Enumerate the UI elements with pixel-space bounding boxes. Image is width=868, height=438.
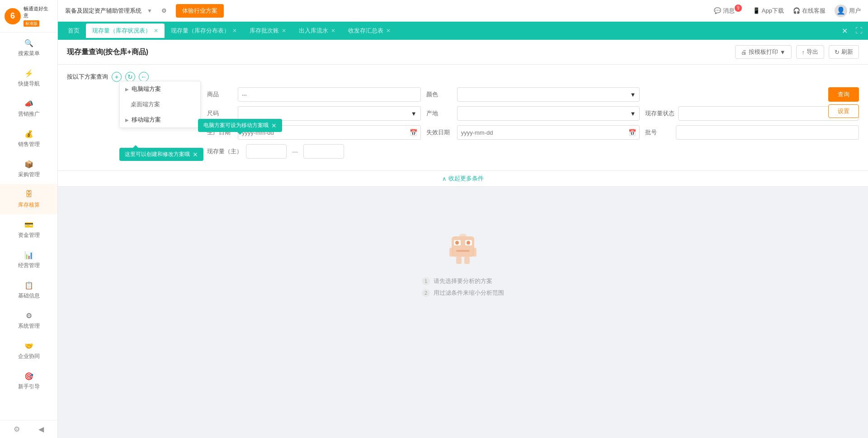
sidebar-item-search-label: 搜索菜单 bbox=[18, 50, 40, 57]
expire-date-field: 失效日期 📅 bbox=[426, 125, 640, 140]
page-title: 现存量查询(按仓库+商品) bbox=[67, 47, 148, 57]
tab-inventory-status-label: 现存量（库存状况表） bbox=[92, 27, 151, 35]
inventory-icon: 🗄 bbox=[24, 189, 34, 199]
add-scheme-button[interactable]: + bbox=[112, 72, 122, 82]
online-service-button[interactable]: 🎧 在线客服 bbox=[793, 7, 826, 15]
prod-date-calendar-icon[interactable]: 📅 bbox=[410, 129, 417, 136]
tab-inventory-dist-close[interactable]: ✕ bbox=[232, 28, 237, 34]
print-button[interactable]: 🖨 按模板打印 ▼ bbox=[735, 45, 792, 59]
settings-button[interactable]: ⚙ bbox=[158, 5, 170, 17]
goods-label: 商品 bbox=[207, 90, 234, 99]
export-label: 导出 bbox=[807, 48, 818, 56]
footer-settings-icon[interactable]: ⚙ bbox=[14, 425, 20, 433]
scheme-item-mobile[interactable]: ▶ 移动端方案 bbox=[120, 112, 200, 127]
sidebar-item-finance-label: 资金管理 bbox=[18, 231, 40, 239]
footer-collapse-icon[interactable]: ◀ bbox=[38, 425, 44, 433]
app-download-button[interactable]: 📱 App下载 bbox=[753, 7, 784, 15]
sidebar-item-sales[interactable]: 💰 销售管理 bbox=[0, 123, 57, 154]
sidebar-item-finance[interactable]: 💳 资金管理 bbox=[0, 214, 57, 245]
tab-inout-flow[interactable]: 出入库流水 ✕ bbox=[292, 24, 342, 38]
message-label: 消息 bbox=[723, 7, 735, 15]
tab-inout-flow-close[interactable]: ✕ bbox=[331, 28, 335, 34]
goods-select[interactable]: ··· bbox=[238, 87, 421, 102]
message-button[interactable]: 💬 消息 9 bbox=[714, 7, 744, 15]
tabs-bar: 首页 现存量（库存状况表） ✕ 现存量（库存分布表） ✕ 库存批次账 ✕ 出入库… bbox=[58, 22, 868, 40]
sidebar-item-system[interactable]: ⚙ 系统管理 bbox=[0, 305, 57, 335]
export-button[interactable]: ↑ 导出 bbox=[796, 45, 825, 59]
trial-button[interactable]: 体验行业方案 bbox=[176, 4, 224, 18]
sidebar-item-enterprise[interactable]: 🤝 企业协同 bbox=[0, 335, 57, 366]
stock-qty-max-input[interactable] bbox=[303, 144, 344, 159]
sidebar-item-basic[interactable]: 📋 基础信息 bbox=[0, 275, 57, 305]
collapse-bar[interactable]: ∧ 收起更多条件 bbox=[58, 171, 868, 187]
back-scheme-button[interactable]: ← bbox=[139, 72, 149, 82]
user-label: 用户 bbox=[849, 7, 861, 15]
search-button[interactable]: 查询 bbox=[828, 87, 859, 102]
sidebar-footer: ⚙ ◀ bbox=[0, 420, 57, 438]
search-actions: 查询 设置 bbox=[828, 87, 859, 118]
tabs-expand-button[interactable]: ⛶ bbox=[854, 25, 864, 36]
sales-icon: 💰 bbox=[24, 129, 34, 139]
system-icon: ⚙ bbox=[24, 311, 34, 320]
svg-rect-8 bbox=[456, 257, 462, 264]
filter-row-2: 尺码 ▼ 产地 ▼ 现存量状态 bbox=[207, 106, 859, 121]
goods-more-icon: ··· bbox=[242, 91, 247, 98]
tooltip-1-close-button[interactable]: ✕ bbox=[271, 122, 277, 129]
batch-input[interactable] bbox=[676, 125, 859, 140]
color-select[interactable]: ▼ bbox=[457, 87, 640, 102]
scheme-item-desktop[interactable]: ▶ 电脑端方案 bbox=[120, 81, 200, 97]
purchase-icon: 📦 bbox=[24, 159, 34, 169]
scheme-sub-item[interactable]: 桌面端方案 bbox=[120, 97, 200, 112]
tab-home[interactable]: 首页 bbox=[61, 24, 86, 38]
finance-icon: 💳 bbox=[24, 220, 34, 230]
user-menu-button[interactable]: 👤 用户 bbox=[835, 5, 861, 17]
tooltip-1-text: 电脑方案可设为移动方案哦 bbox=[203, 122, 269, 129]
tab-batch-account-close[interactable]: ✕ bbox=[282, 28, 286, 34]
tab-inventory-status-close[interactable]: ✕ bbox=[154, 28, 158, 34]
sidebar-item-marketing[interactable]: 📣 营销推广 bbox=[0, 93, 57, 123]
batch-field: 批号 bbox=[645, 125, 859, 140]
tab-inventory-status[interactable]: 现存量（库存状况表） ✕ bbox=[86, 24, 165, 38]
tab-inout-flow-label: 出入库流水 bbox=[299, 27, 328, 35]
goods-field: 商品 ··· bbox=[207, 87, 421, 102]
message-badge: 9 bbox=[735, 5, 742, 12]
origin-select[interactable]: ▼ bbox=[457, 106, 640, 121]
origin-arrow-icon: ▼ bbox=[630, 110, 636, 117]
stock-qty-min-input[interactable] bbox=[246, 144, 287, 159]
svg-rect-5 bbox=[456, 250, 470, 252]
tab-recv-summary-close[interactable]: ✕ bbox=[386, 28, 391, 34]
svg-rect-6 bbox=[449, 248, 453, 257]
tab-batch-account[interactable]: 库存批次账 ✕ bbox=[243, 24, 292, 38]
sidebar-item-guide[interactable]: 🎯 新手引导 bbox=[0, 366, 57, 396]
sidebar-item-inventory[interactable]: 🗄 库存核算 bbox=[0, 184, 57, 214]
system-arrow-icon: ▼ bbox=[147, 8, 152, 14]
sidebar-item-quick-nav[interactable]: ⚡ 快捷导航 bbox=[0, 63, 57, 93]
sidebar-item-purchase-label: 采购管理 bbox=[18, 171, 40, 179]
tabs-close-all-button[interactable]: ✕ bbox=[839, 25, 850, 36]
color-label: 颜色 bbox=[426, 90, 453, 99]
sidebar-item-operations-label: 经营管理 bbox=[18, 262, 40, 269]
sidebar-item-search[interactable]: 🔍 搜索菜单 bbox=[0, 33, 57, 63]
refresh-button[interactable]: ↻ 刷新 bbox=[829, 45, 859, 59]
tooltip-2-close-button[interactable]: ✕ bbox=[193, 151, 198, 158]
tab-recv-summary[interactable]: 收发存汇总表 ✕ bbox=[342, 24, 397, 38]
scheme-mobile-label: 桌面端方案 bbox=[131, 100, 160, 108]
reset-button[interactable]: 设置 bbox=[828, 104, 859, 118]
origin-field: 产地 ▼ bbox=[426, 106, 640, 121]
sidebar-item-enterprise-label: 企业协同 bbox=[18, 353, 40, 360]
expire-date-input[interactable] bbox=[457, 125, 640, 140]
expire-date-calendar-icon[interactable]: 📅 bbox=[628, 129, 636, 136]
sidebar-item-operations[interactable]: 📊 经营管理 bbox=[0, 245, 57, 275]
stock-qty-separator: — bbox=[292, 148, 298, 155]
empty-hint-item-1: 1 请先选择要分析的方案 bbox=[422, 277, 504, 285]
stock-status-label: 现存量状态 bbox=[645, 109, 675, 118]
sidebar-item-guide-label: 新手引导 bbox=[18, 383, 40, 391]
main-content: 装备及固定资产辅助管理系统 ▼ ⚙ 体验行业方案 💬 消息 9 📱 App下载 … bbox=[58, 0, 868, 438]
sidebar-item-purchase[interactable]: 📦 采购管理 bbox=[0, 154, 57, 184]
tab-inventory-dist[interactable]: 现存量（库存分布表） ✕ bbox=[165, 24, 243, 38]
refresh-scheme-button[interactable]: ↻ bbox=[125, 72, 135, 82]
quick-nav-icon: ⚡ bbox=[24, 68, 34, 78]
page-header: 现存量查询(按仓库+商品) 🖨 按模板打印 ▼ ↑ 导出 ↻ 刷新 bbox=[58, 40, 868, 65]
header-right: 💬 消息 9 📱 App下载 🎧 在线客服 👤 用户 bbox=[714, 5, 861, 17]
top-header: 装备及固定资产辅助管理系统 ▼ ⚙ 体验行业方案 💬 消息 9 📱 App下载 … bbox=[58, 0, 868, 22]
